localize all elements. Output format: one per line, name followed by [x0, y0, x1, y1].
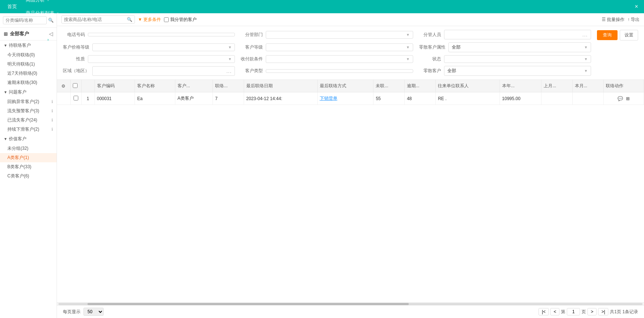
filter-payment: 收付款条件 ▼ — [241, 55, 413, 63]
row-last-month — [541, 92, 573, 105]
filter-customer-type: 客户类型 — [241, 68, 413, 74]
toolbar: 🔍 ▼ 更多条件 我分管的客户 ☰ 批量操作 ↑ 导出 — [57, 13, 644, 26]
payment-down-arrow-icon: ▼ — [406, 57, 410, 61]
settings-button[interactable]: 设置 — [620, 30, 638, 40]
sidebar-search-icon[interactable]: 🔍 — [48, 18, 54, 23]
filter-phone-input[interactable] — [88, 33, 235, 36]
col-overdue: 逾期... — [404, 80, 436, 92]
tab-label: 商品分析 — [26, 0, 45, 3]
sidebar-item-label: 明天待联络(1) — [7, 61, 35, 67]
filter-region-label: 区域（地区） — [63, 68, 89, 74]
per-page-select[interactable]: 50 20 100 — [83, 308, 104, 316]
chat-action-icon[interactable]: 💬 — [618, 96, 623, 101]
batch-op-icon: ☰ — [602, 17, 606, 22]
filter-dept-label: 分管部门 — [241, 32, 263, 38]
sidebar-group-价值客户[interactable]: ▼价值客户 — [0, 134, 57, 144]
col-last-month: 上月... — [541, 80, 573, 92]
filter-dept-select[interactable]: ▼ — [266, 31, 413, 39]
filter-price-level-select[interactable]: ▼ — [92, 43, 235, 51]
table-body: 1 000031 Ea A类客户 7 2023-04-12 14:44: 下销货… — [57, 92, 644, 105]
sidebar-item[interactable]: 流失预警客户(3)ℹ — [0, 106, 57, 116]
tab-close-icon[interactable]: × — [57, 11, 59, 15]
sidebar-item[interactable]: 未分组(32) — [0, 144, 57, 153]
nature-down-arrow-icon: ▼ — [228, 57, 232, 61]
my-customers-check[interactable] — [164, 17, 169, 22]
select-all-checkbox[interactable] — [73, 83, 78, 88]
my-customers-checkbox[interactable]: 我分管的客户 — [164, 17, 197, 23]
qr-action-icon[interactable]: ⊞ — [626, 96, 630, 101]
sidebar-item[interactable]: 明天待联络(1) — [0, 60, 57, 69]
toolbar-right: ☰ 批量操作 ↑ 导出 — [602, 17, 640, 23]
col-unit-contact: 往来单位联系人 — [436, 80, 500, 92]
filter-payment-label: 收付款条件 — [241, 56, 263, 62]
prev-page-button[interactable]: < — [550, 308, 559, 315]
filter-button[interactable]: ▼ 更多条件 — [138, 17, 161, 23]
filter-nature-select[interactable]: ▼ — [88, 55, 235, 63]
sidebar-item[interactable]: A类客户(1) — [0, 153, 57, 162]
action-buttons: 查询 设置 — [597, 30, 638, 40]
sidebar-item[interactable]: 回购异常客户(2)ℹ — [0, 97, 57, 106]
filter-sparse-attr-label: 零散客户属性 — [419, 44, 446, 50]
filter-person-select[interactable]: ... — [444, 30, 591, 39]
query-button[interactable]: 查询 — [597, 30, 618, 40]
sidebar-item[interactable]: 已流失客户(24)ℹ — [0, 116, 57, 125]
sidebar-item[interactable]: 持续下滑客户(2)ℹ — [0, 125, 57, 134]
nav-home[interactable]: 首页 — [3, 3, 21, 10]
sidebar-groups: ▼待联络客户今天待联络(0)明天待联络(1)近7天待联络(0)逾期未联络(30)… — [0, 40, 57, 181]
close-all-button[interactable]: × — [632, 3, 641, 10]
filter-customer-level-select[interactable]: ▼ — [266, 43, 413, 51]
sidebar-collapse-button[interactable]: ◁ — [49, 31, 53, 37]
search-icon[interactable]: 🔍 — [127, 17, 132, 22]
filter-sparse-customer: 零散客户 全部 ▼ — [419, 66, 591, 76]
sidebar-item-label: 未分组(32) — [7, 145, 28, 152]
row-last-method[interactable]: 下销货单 — [317, 92, 373, 105]
row-checkbox[interactable] — [74, 96, 78, 100]
sidebar-group-问题客户[interactable]: ▼问题客户 — [0, 87, 57, 97]
group-arrow-icon: ▼ — [4, 90, 7, 94]
filter-customer-level: 客户等级 ▼ — [241, 43, 413, 51]
row-name: Ea — [135, 92, 175, 105]
row-actions-cell: 💬 ⊞ — [604, 92, 644, 105]
tab-close-icon[interactable]: × — [47, 0, 49, 2]
sidebar-item[interactable]: B类客户(33) — [0, 162, 57, 172]
sidebar-search-input[interactable] — [3, 16, 47, 24]
filter-customer-type-input[interactable] — [266, 69, 413, 73]
sidebar-item[interactable]: 今天待联络(0) — [0, 50, 57, 60]
sidebar-item-label: A类客户(1) — [7, 155, 29, 161]
col-code: 客户编码 — [94, 80, 135, 92]
tab-close-icon[interactable]: × — [47, 38, 49, 42]
filter-sparse-attr-select[interactable]: 全部 ▼ — [448, 42, 591, 52]
export-button[interactable]: ↑ 导出 — [627, 17, 640, 23]
batch-op-button[interactable]: ☰ 批量操作 — [602, 17, 625, 23]
filter-region-select[interactable]: ... — [92, 66, 235, 76]
sidebar-group-待联络客户[interactable]: ▼待联络客户 — [0, 40, 57, 50]
region-dots-icon: ... — [226, 68, 232, 74]
filter-payment-select[interactable]: ▼ — [266, 55, 413, 63]
tab-close-icon[interactable]: × — [57, 25, 59, 29]
horizontal-scrollbar[interactable] — [57, 302, 644, 305]
filter-row-2: 客户价格等级 ▼ 客户等级 ▼ — [63, 42, 591, 52]
sidebar-item[interactable]: C类客户(6) — [0, 172, 57, 181]
scrollbar-track — [58, 303, 643, 305]
filter-status-select[interactable]: ▼ — [444, 55, 591, 63]
row-unit-contact: RE . — [436, 92, 500, 105]
info-icon: ℹ — [51, 127, 53, 132]
sidebar-item[interactable]: 逾期未联络(30) — [0, 78, 57, 87]
filter-price-level: 客户价格等级 ▼ — [63, 43, 235, 51]
group-title-label: 待联络客户 — [9, 42, 31, 49]
last-page-button[interactable]: >| — [598, 308, 608, 315]
toolbar-search-container: 🔍 — [61, 15, 135, 24]
next-page-button[interactable]: > — [587, 308, 597, 315]
filter-icon: ▼ — [138, 17, 142, 22]
col-contact: 联络... — [213, 80, 244, 92]
filter-row-4: 区域（地区） ... 客户类型 — [63, 66, 591, 76]
search-input[interactable] — [64, 17, 127, 22]
col-action: 联络动作 — [604, 80, 644, 92]
sidebar-item[interactable]: 近7天待联络(0) — [0, 69, 57, 78]
group-title-label: 问题客户 — [9, 89, 26, 95]
page-input[interactable] — [567, 308, 580, 315]
first-page-button[interactable]: |< — [539, 308, 549, 315]
nav-tab-商品分析[interactable]: 商品分析× — [21, 0, 63, 7]
filter-sparse-customer-select[interactable]: 全部 ▼ — [444, 66, 591, 76]
col-this-month: 本月... — [572, 80, 604, 92]
